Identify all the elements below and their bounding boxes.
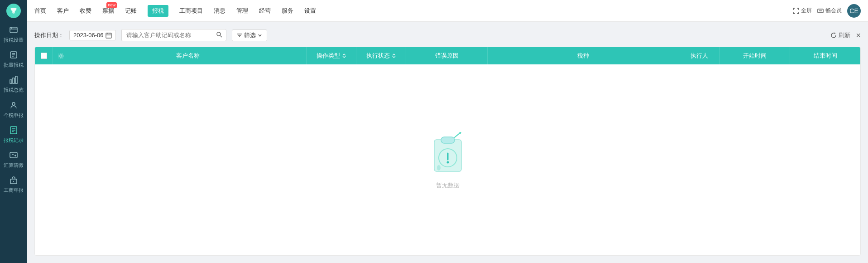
th-gear[interactable]: [53, 47, 69, 64]
svg-line-39: [455, 133, 460, 137]
header-checkbox[interactable]: [41, 53, 47, 59]
svg-point-0: [12, 11, 15, 14]
sidebar-item-geshui-shenbao[interactable]: 个税申报: [0, 97, 27, 122]
sidebar-item-label: 报税记录: [4, 137, 24, 143]
gear-icon: [58, 53, 64, 59]
svg-point-33: [60, 55, 62, 57]
sidebar-item-baoshui-jilu[interactable]: 报税记录: [0, 122, 27, 147]
th-start-label: 开始时间: [743, 52, 767, 60]
baoshui-zonlan-icon: [9, 75, 18, 86]
nav-baoshui[interactable]: 报税: [148, 5, 168, 17]
th-end-label: 结束时间: [814, 52, 837, 60]
sort-icon-2: [392, 54, 396, 58]
fullscreen-button[interactable]: 全屏: [793, 7, 812, 15]
toolbar: 操作日期： 2023-06-06: [34, 29, 861, 41]
refresh-button[interactable]: 刷新: [830, 31, 850, 39]
th-error-label: 错误原因: [435, 52, 459, 60]
svg-rect-8: [10, 80, 12, 83]
sidebar-item-gongshang-nianbao[interactable]: 工商年报: [0, 172, 27, 197]
close-button[interactable]: ×: [856, 31, 861, 39]
sidebar-item-huisuan-jiaona[interactable]: 汇算清缴: [0, 147, 27, 172]
svg-rect-35: [441, 137, 455, 143]
baoshui-shezhi-icon: [9, 25, 18, 36]
huisuan-jiaona-icon: [9, 151, 18, 161]
sidebar-item-baoshui-shezhi[interactable]: 报税设置: [0, 22, 27, 47]
logo-icon: [6, 4, 21, 18]
nav-gongshang[interactable]: 工商项目: [179, 5, 203, 17]
svg-rect-1: [10, 27, 17, 33]
nav-jingying[interactable]: 经营: [259, 5, 271, 17]
search-input[interactable]: [122, 30, 212, 40]
search-box: [121, 29, 226, 41]
table-body: 暂无数据: [35, 64, 860, 255]
nav-shoufe[interactable]: 收费: [80, 5, 91, 17]
svg-rect-24: [106, 33, 111, 38]
sidebar-item-piliang-baoshui[interactable]: 批量报税: [0, 47, 27, 72]
th-end-time: 结束时间: [790, 47, 860, 64]
nav-fuwu[interactable]: 服务: [282, 5, 293, 17]
nav-guanli[interactable]: 管理: [236, 5, 248, 17]
nav-shezhi[interactable]: 设置: [304, 5, 316, 17]
nav-jizhang[interactable]: 记账: [125, 5, 137, 17]
top-navigation: 首页 客户 收费 票据 new 记账 报税 工商项目 消息 管理 经营 服务 设…: [27, 0, 868, 22]
nav-xiaox[interactable]: 消息: [214, 5, 225, 17]
baoshui-jilu-icon: [9, 126, 18, 136]
gongshang-nianbao-icon: [9, 175, 18, 186]
th-executor-label: 执行人: [691, 52, 708, 60]
sidebar-item-baoshui-zonlan[interactable]: 报税总览: [0, 72, 27, 97]
filter-label: 筛选: [244, 31, 256, 39]
sidebar-item-label: 个税申报: [4, 112, 24, 118]
refresh-icon: [830, 32, 837, 39]
nav-piao[interactable]: 票据 new: [102, 5, 114, 17]
geshui-shenbao-icon: [9, 101, 18, 111]
refresh-label: 刷新: [839, 31, 850, 39]
member-label: 畅会员: [825, 7, 842, 15]
user-avatar[interactable]: CE: [847, 4, 861, 18]
th-type-label: 操作类型: [317, 52, 340, 60]
th-tax-label: 税种: [577, 52, 589, 60]
data-table: 客户名称 操作类型 执行状态 错误原因: [34, 47, 861, 256]
date-label: 操作日期：: [34, 31, 64, 39]
sidebar-item-label: 报税总览: [4, 87, 24, 93]
search-button[interactable]: [212, 29, 226, 41]
filter-icon: [237, 33, 242, 38]
sidebar-item-label: 汇算清缴: [4, 162, 24, 168]
svg-point-41: [437, 165, 441, 170]
member-button[interactable]: 畅会员: [817, 7, 842, 15]
th-tax-type: 税种: [488, 47, 679, 64]
main-content: 操作日期： 2023-06-06: [27, 22, 868, 263]
svg-rect-10: [15, 76, 17, 83]
new-badge: new: [106, 2, 117, 9]
th-checkbox[interactable]: [35, 47, 53, 64]
table-header: 客户名称 操作类型 执行状态 错误原因: [35, 47, 860, 64]
svg-point-28: [217, 32, 221, 36]
date-value: 2023-06-06: [73, 32, 104, 39]
th-status-label: 执行状态: [366, 52, 390, 60]
svg-point-11: [12, 102, 15, 105]
th-client-name: 客户名称: [69, 47, 307, 64]
empty-illustration: [427, 131, 468, 176]
sidebar-item-label: 工商年报: [4, 187, 24, 193]
main-area: 首页 客户 收费 票据 new 记账 报税 工商项目 消息 管理 经营 服务 设…: [27, 0, 868, 263]
date-picker[interactable]: 2023-06-06: [69, 30, 116, 40]
sidebar-item-label: 报税设置: [4, 37, 24, 43]
empty-state: 暂无数据: [427, 131, 468, 190]
sort-icon: [342, 54, 346, 58]
svg-rect-9: [13, 78, 14, 83]
nav-home[interactable]: 首页: [34, 5, 46, 17]
nav-kehu[interactable]: 客户: [57, 5, 69, 17]
chevron-down-icon: [258, 33, 262, 38]
search-icon: [216, 31, 222, 38]
calendar-icon: [106, 32, 112, 39]
th-operation-type[interactable]: 操作类型: [307, 47, 356, 64]
filter-button[interactable]: 筛选: [232, 29, 267, 41]
th-error-reason: 错误原因: [406, 47, 488, 64]
th-executor: 执行人: [679, 47, 720, 64]
sidebar-logo: [0, 0, 27, 22]
th-client-label: 客户名称: [176, 52, 200, 60]
th-execution-status[interactable]: 执行状态: [356, 47, 406, 64]
piliang-baoshui-icon: [9, 50, 18, 61]
th-start-time: 开始时间: [720, 47, 790, 64]
nav-items: 首页 客户 收费 票据 new 记账 报税 工商项目 消息 管理 经营 服务 设…: [34, 5, 793, 17]
sidebar-item-label: 批量报税: [4, 62, 24, 68]
